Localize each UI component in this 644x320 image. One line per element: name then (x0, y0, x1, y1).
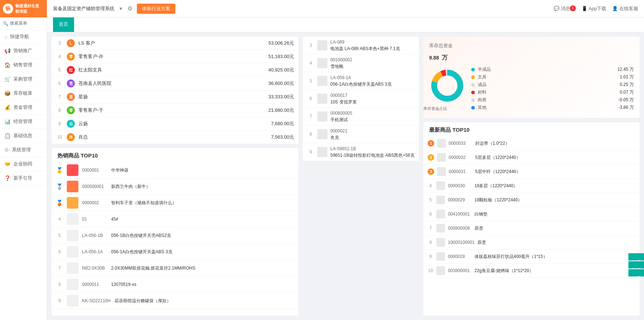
product-rank-image (317, 58, 327, 68)
app-download[interactable]: 📱 App下载 (582, 5, 606, 12)
product-rank-name: 电池盖 LA-089 ABS本色+黑种 7.1克 (330, 45, 415, 52)
rank-badge: 3 (428, 168, 434, 175)
hot-product-item[interactable]: 8 0000011 12070519-xs (52, 276, 298, 293)
product-rank-code: 000800005 (330, 110, 415, 116)
customer-amount: 53,006.26元 (268, 40, 294, 46)
product-rank-item[interactable]: 8 0000021 夹克 (303, 126, 419, 143)
rank-number: 5 (56, 233, 63, 238)
hot-product-item[interactable]: 6 LA-056-1A 056-1A白色按键开关盖ABS 3克 (52, 244, 298, 260)
sidebar-item-guide[interactable]: ❓ 新手引导 (0, 171, 47, 185)
sidebar-item-purchase[interactable]: 🛒 采购管理 (0, 72, 47, 86)
hot-product-item[interactable]: 7 NB2.0X30B 2.0X30MM双搓花轴,搓花直径2.1MM/ROHS (52, 260, 298, 276)
new-product-item[interactable]: 10 003800001 22g鱼豆腐-烧烤味（1*12*20） (423, 264, 640, 278)
float-btn-community[interactable]: 服务社区 (628, 261, 644, 268)
rank-number: 8 (56, 108, 63, 113)
new-product-item[interactable]: 3 0000031 5层中纤（1220*2440） (423, 165, 640, 179)
hot-product-item[interactable]: 9 KK-SD22110H 花语萌馆温分糖罐袋（厚款） (52, 293, 298, 309)
customer-sales-item[interactable]: 5 红 红太阳文具 40,925.00元 (52, 63, 298, 77)
hot-product-item[interactable]: 🥈 000500001 新西兰牛肉（新牛） (52, 179, 298, 195)
customer-sales-item[interactable]: 9 云 云扬 7,680.00元 (52, 117, 298, 131)
new-product-item[interactable]: 8 10000100001 原垄 (423, 235, 640, 250)
product-rank-code: 001000002 (330, 57, 415, 63)
sidebar-item-system[interactable]: ⚙ 系统管理 (0, 143, 47, 157)
product-rank-item[interactable]: 4 001000002 雪地靴 (303, 54, 419, 72)
tab-home[interactable]: 首页 (53, 17, 74, 32)
new-product-name: 封边带（1.0*22） (475, 140, 635, 147)
product-name: 新西兰牛肉（新牛） (111, 184, 294, 190)
customer-amount: 33,333.00元 (268, 94, 294, 100)
product-rank-name: 雪地靴 (330, 63, 415, 70)
sidebar-item-finance[interactable]: 💰 资金管理 (0, 100, 47, 115)
product-rank-item[interactable]: 7 000800005 手机测试 (303, 108, 419, 126)
float-btn-direct[interactable]: 直面 (628, 269, 644, 276)
float-btn-service[interactable]: 客服热线 (628, 253, 644, 260)
float-buttons: 客服热线 服务社区 直面 (628, 253, 644, 276)
customer-sales-item[interactable]: 10 肖 肖总 7,563.00元 (52, 131, 298, 144)
logo-icon: 畅 (3, 4, 13, 14)
sidebar-item-quick-nav[interactable]: ⌂ 快捷导航 (0, 30, 47, 44)
new-product-name: 22g鱼豆腐-烧烤味（1*12*20） (474, 268, 635, 274)
sidebar-search[interactable]: 🔍 搜索菜单 (0, 17, 47, 30)
legend-item: 文具 1.01 万 (471, 74, 634, 80)
rank-number: 9 (428, 254, 433, 259)
rank-number: 8 (428, 240, 433, 245)
new-product-item[interactable]: 7 000800008 原垄 (423, 221, 640, 235)
new-product-name: 原垄 (474, 225, 635, 231)
legend-value: 1.01 万 (620, 74, 634, 80)
product-rank-code: 0000021 (330, 128, 415, 134)
rank-number: 9 (56, 121, 63, 126)
sidebar-item-cooperation[interactable]: 🤝 企业协同 (0, 157, 47, 171)
new-product-image (437, 153, 446, 162)
trial-btn[interactable]: 体验行业方案 (137, 4, 175, 14)
sidebar-item-inventory[interactable]: 📦 库存核算 (0, 86, 47, 100)
product-rank-item[interactable]: 5 LA-056-1A 056-1A白色按键开关盖ABS 3克 (303, 72, 419, 90)
online-service[interactable]: 👤 在线客服 (612, 5, 638, 12)
product-rank-item[interactable]: 3 LA-089 电池盖 LA-089 ABS本色+黑种 7.1克 (303, 37, 419, 54)
product-rank-item[interactable]: 6 0000017 10S 变扭罗浆 (303, 90, 419, 108)
right-panel: 库存总资金 9.88 万 (423, 37, 640, 316)
customer-sales-item[interactable]: 6 苍 苍南县人民医院 36,600.00元 (52, 77, 298, 90)
sidebar-item-marketing[interactable]: 📢 营销推广 (0, 44, 47, 58)
rank-number: 5 (56, 67, 63, 73)
product-code: 0000011 (82, 282, 107, 287)
product-rank-item[interactable]: 9 LA-59651-1B 59651-1B旋转投影灯电池盒 ABS黑色+58克 (303, 143, 419, 161)
customer-sales-item[interactable]: 7 星 星扬 33,333.00元 (52, 90, 298, 104)
customer-sales-item[interactable]: 4 零 零售客户-许 51,183.00元 (52, 50, 298, 63)
rank-number: 3 (307, 43, 314, 48)
hot-product-item[interactable]: 🥇 0000001 中华神器 (52, 162, 298, 179)
customer-sales-list: 3 L LS 客户 53,006.26元 4 零 零售客户-许 51,183.0… (52, 37, 298, 144)
sidebar-item-basic-info[interactable]: 📋 基础信息 (0, 129, 47, 143)
legend-value: 0.07 万 (620, 89, 634, 95)
customer-name: 星扬 (78, 94, 265, 100)
dropdown-arrow[interactable]: ▼ (119, 6, 123, 11)
hot-product-item[interactable]: 5 LA-056-1B 056-1B白色按键开关壳ABS2克 (52, 227, 298, 244)
new-product-name: 原垄 (477, 239, 635, 246)
message-area[interactable]: 💬 消息 6 (554, 5, 576, 12)
new-product-name: 白钢垫 (474, 211, 635, 217)
new-product-item[interactable]: 6 004100001 白钢垫 (423, 207, 640, 221)
customer-name: 零售客户-于 (78, 107, 265, 114)
rank-number: 9 (56, 298, 63, 303)
rank-number: 8 (56, 282, 63, 287)
new-product-item[interactable]: 2 0000032 5层多层（1220*2440） (423, 151, 640, 165)
new-product-image (437, 139, 446, 148)
new-product-item[interactable]: 1 0000033 封边带（1.0*22） (423, 136, 640, 151)
customer-sales-item[interactable]: 8 零 零售客户-于 21,680.00元 (52, 104, 298, 117)
hot-product-item[interactable]: 🥉 0000002 智利车子里（规格不知道填什么） (52, 195, 298, 211)
product-name: 中华神器 (111, 167, 294, 173)
sidebar-item-operations[interactable]: 📊 经营管理 (0, 115, 47, 129)
sidebar-item-sales[interactable]: 🏠 销售管理 (0, 58, 47, 72)
new-product-item[interactable]: 5 0000029 18颗粒板（1220*2440） (423, 193, 640, 207)
hot-product-item[interactable]: 4 01 45# (52, 211, 298, 227)
new-product-item[interactable]: 9 0000028 体娱荔枝味苏打饮品400毫升（1*15） (423, 250, 640, 264)
product-code: 000500001 (82, 184, 107, 189)
middle-panel: 3 LA-089 电池盖 LA-089 ABS本色+黑种 7.1克 4 0010… (303, 37, 419, 316)
legend-value: 12.45 万 (617, 66, 634, 73)
settings-icon[interactable]: ⚙ (127, 5, 133, 12)
customer-sales-item[interactable]: 3 L LS 客户 53,006.26元 (52, 37, 298, 50)
product-image (67, 279, 78, 290)
new-product-item[interactable]: 4 0000030 18多层（1220*2440） (423, 179, 640, 193)
product-rank-image (317, 147, 327, 157)
legend-name: 成品 (471, 82, 620, 88)
customer-name: 肖总 (78, 134, 267, 140)
